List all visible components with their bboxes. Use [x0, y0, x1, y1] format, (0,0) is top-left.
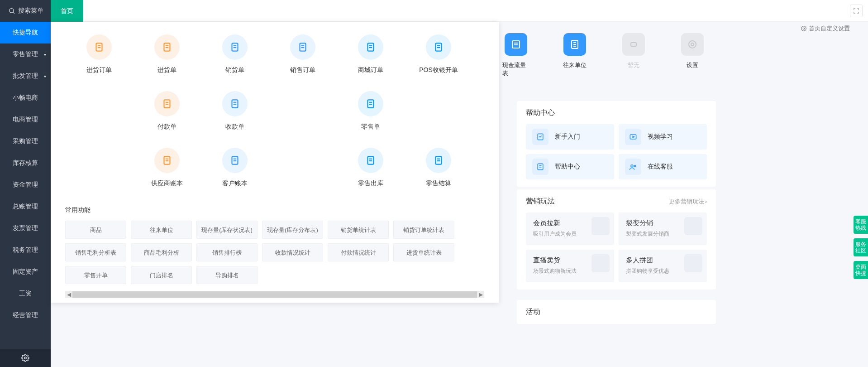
- tab-home[interactable]: 首页: [51, 0, 83, 22]
- flow-node[interactable]: POS收银开单: [405, 34, 472, 74]
- scroll-right-button[interactable]: ▶: [477, 291, 484, 298]
- help-item-label: 视频学习: [648, 133, 673, 141]
- common-function-button[interactable]: 进货单统计表: [393, 243, 454, 261]
- help-item[interactable]: 帮助中心: [526, 154, 614, 179]
- sidebar-item[interactable]: 小畅电商: [0, 87, 51, 109]
- common-function-button[interactable]: 现存量(库存状况表): [196, 221, 258, 239]
- help-item-icon: [625, 159, 641, 175]
- flow-node-label: 付款单: [157, 123, 176, 131]
- float-tab-community[interactable]: 服务社区: [854, 238, 868, 256]
- marketing-item[interactable]: 多人拼团拼团购物享受优惠: [619, 250, 707, 282]
- sidebar-item[interactable]: 批发管理▾: [0, 65, 51, 87]
- common-function-button[interactable]: 零售开单: [65, 266, 126, 284]
- svg-point-13: [691, 43, 694, 46]
- flow-node[interactable]: 零售结算: [405, 148, 472, 188]
- sidebar-item[interactable]: 税务管理: [0, 239, 51, 261]
- flow-node-label: 进货订单: [86, 66, 112, 74]
- common-function-button[interactable]: 销售毛利分析表: [65, 243, 126, 261]
- common-function-button[interactable]: 销货单统计表: [328, 221, 389, 239]
- main-content: 首页自定义设置 现金流量表往来单位暂无设置 帮助中心 新手入门视频学习帮助中心在…: [51, 22, 868, 367]
- flow-node[interactable]: 零售单: [337, 91, 405, 131]
- sidebar-item[interactable]: 工资: [0, 283, 51, 304]
- common-functions-title: 常用功能: [65, 206, 484, 214]
- sidebar-item[interactable]: 资金管理: [0, 174, 51, 196]
- common-function-button[interactable]: 商品: [65, 221, 126, 239]
- fullscreen-button[interactable]: [850, 5, 863, 17]
- svg-rect-12: [631, 43, 636, 46]
- sidebar-item[interactable]: 采购管理: [0, 130, 51, 152]
- sidebar-item[interactable]: 库存核算: [0, 152, 51, 174]
- shortcut-item[interactable]: 暂无: [620, 33, 647, 69]
- svg-line-1: [13, 12, 14, 14]
- scroll-thumb[interactable]: [72, 291, 477, 298]
- scroll-left-button[interactable]: ◀: [65, 291, 72, 298]
- float-tab-desktop[interactable]: 桌面快捷: [854, 261, 868, 279]
- flow-node-icon: [154, 91, 180, 116]
- flow-node-icon: [222, 34, 248, 60]
- common-function-button[interactable]: 往来单位: [131, 221, 192, 239]
- shortcut-label: 往来单位: [563, 61, 587, 69]
- flow-node[interactable]: 销货单: [201, 34, 269, 74]
- flow-node[interactable]: 商城订单: [337, 34, 405, 74]
- common-function-button[interactable]: 现存量(库存分布表): [262, 221, 323, 239]
- flow-node-label: 零售出库: [358, 179, 383, 188]
- float-tab-hotline[interactable]: 客服热线: [854, 216, 868, 234]
- sidebar-item[interactable]: 快捷导航: [0, 22, 51, 43]
- svg-marker-17: [633, 136, 634, 137]
- marketing-item[interactable]: 直播卖货场景式购物新玩法: [526, 250, 614, 282]
- help-item-icon: [532, 129, 548, 145]
- help-item[interactable]: 新手入门: [526, 124, 614, 150]
- sidebar-item[interactable]: 电商管理: [0, 109, 51, 130]
- common-function-button[interactable]: 销货订单统计表: [393, 221, 454, 239]
- flow-node[interactable]: 供应商账本: [133, 148, 201, 188]
- flow-node-icon: [290, 34, 315, 60]
- activity-title: 活动: [526, 307, 707, 317]
- sidebar-item[interactable]: 固定资产: [0, 261, 51, 283]
- shortcut-item[interactable]: 往来单位: [561, 33, 588, 69]
- customize-homepage-link[interactable]: 首页自定义设置: [801, 24, 850, 33]
- shortcut-item[interactable]: 现金流量表: [502, 33, 529, 77]
- flow-node[interactable]: 进货单: [133, 34, 201, 74]
- flow-node[interactable]: 客户账本: [201, 148, 269, 188]
- flow-node[interactable]: 销售订单: [269, 34, 337, 74]
- flow-node-label: 零售单: [361, 123, 380, 131]
- common-function-button[interactable]: 收款情况统计: [262, 243, 323, 261]
- common-function-button[interactable]: 付款情况统计: [328, 243, 389, 261]
- shortcut-item[interactable]: 设置: [679, 33, 706, 69]
- svg-point-3: [803, 28, 805, 29]
- shortcut-icon: [563, 33, 586, 56]
- flow-node-icon: [154, 148, 180, 173]
- common-function-button[interactable]: 销售排行榜: [196, 243, 258, 261]
- flow-node[interactable]: 零售出库: [337, 148, 405, 188]
- sidebar-item[interactable]: 零售管理▾: [0, 43, 51, 65]
- help-panel-title: 帮助中心: [526, 108, 555, 118]
- flow-node[interactable]: 付款单: [133, 91, 201, 131]
- marketing-more-link[interactable]: 更多营销玩法›: [669, 198, 707, 206]
- sidebar-item-label: 工资: [19, 290, 32, 298]
- scroll-track[interactable]: [72, 291, 477, 298]
- horizontal-scrollbar[interactable]: ◀ ▶: [65, 291, 484, 298]
- help-item[interactable]: 在线客服: [619, 154, 707, 179]
- sidebar-item-label: 快捷导航: [13, 29, 38, 37]
- marketing-bg-icon: [591, 254, 610, 272]
- sidebar-item-label: 采购管理: [13, 137, 38, 145]
- flow-node-icon: [86, 34, 112, 60]
- flow-node-icon: [426, 34, 451, 60]
- sidebar-item[interactable]: 总账管理: [0, 196, 51, 217]
- flow-node-icon: [358, 91, 383, 116]
- common-function-button[interactable]: 导购排名: [196, 266, 258, 284]
- sidebar-settings-footer[interactable]: [0, 349, 51, 367]
- sidebar-item[interactable]: 经营管理: [0, 304, 51, 326]
- marketing-item[interactable]: 裂变分销裂变式发展分销商: [619, 212, 707, 245]
- svg-point-2: [24, 357, 27, 359]
- sidebar-item[interactable]: 发票管理: [0, 217, 51, 239]
- marketing-item[interactable]: 会员拉新吸引用户成为会员: [526, 212, 614, 245]
- flow-node-label: 收款单: [225, 123, 244, 131]
- common-function-button[interactable]: 门店排名: [131, 266, 192, 284]
- flow-node[interactable]: 进货订单: [65, 34, 133, 74]
- sidebar-search[interactable]: 搜索菜单: [0, 0, 51, 22]
- marketing-bg-icon: [684, 254, 702, 272]
- help-item[interactable]: 视频学习: [619, 124, 707, 150]
- common-function-button[interactable]: 商品毛利分析: [131, 243, 192, 261]
- flow-node[interactable]: 收款单: [201, 91, 269, 131]
